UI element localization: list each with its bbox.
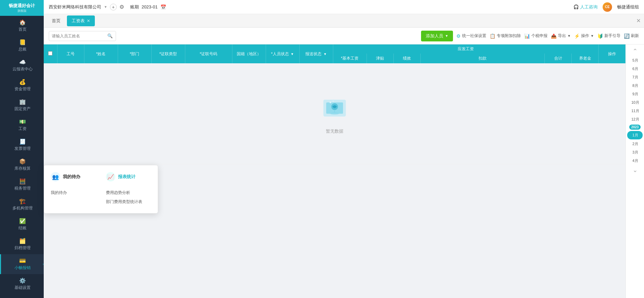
popup-section-report: 📈 报表统计 费用趋势分析 部门费用类型统计表 — [106, 172, 151, 206]
sidebar-item-label: 固定资产 — [14, 106, 31, 112]
calendar-month-5[interactable]: 5月 — [626, 56, 644, 65]
guide-button[interactable]: 🔰 新手引导 — [597, 33, 620, 39]
sidebar-item-label: 结账 — [18, 225, 27, 231]
popup-menu: 👥 我的待办 我的待办 📈 报表统计 费用趋势分析 部门费用类型统计表 — [44, 165, 158, 213]
calendar-month-10[interactable]: 10月 — [626, 98, 644, 107]
refresh-label: 刷新 — [631, 33, 639, 39]
sidebar-item-label: 资金管理 — [14, 86, 31, 92]
calendar-month-8[interactable]: 8月 — [626, 81, 644, 90]
tab-salary-label: 工资表 — [72, 18, 85, 24]
social-insurance-icon: ⚙ — [456, 33, 461, 39]
calendar-up-button[interactable]: ⌃ — [626, 46, 644, 56]
guide-toolbar-icon: 🔰 — [597, 33, 603, 39]
sidebar-item-label: 小畅报销 — [14, 265, 31, 271]
svg-point-6 — [333, 101, 334, 102]
sidebar-item-cloud-report[interactable]: ☁️ 云报表中心 — [0, 56, 44, 75]
calendar-month-3[interactable]: 3月 — [626, 148, 644, 157]
col-pension-header: 养老金 — [572, 54, 599, 63]
sidebar-item-archive[interactable]: 🗂️ 归档管理 — [0, 234, 44, 254]
col-ops-header: 操作 — [599, 44, 626, 63]
tab-home-label: 首页 — [52, 18, 61, 24]
sidebar-item-expense[interactable]: 💳 小畅报销 › — [0, 254, 44, 274]
add-person-label: 添加人员 — [426, 33, 443, 39]
calendar-month-6[interactable]: 6月 — [626, 65, 644, 73]
calendar-month-1-active[interactable]: 1月 — [627, 131, 643, 139]
search-box: 🔍 — [49, 31, 116, 41]
invoice-icon: 🧾 — [19, 138, 26, 145]
sidebar-item-label: 基础设置 — [14, 285, 31, 291]
col-name-header: *姓名 — [84, 44, 118, 63]
avatar-initials: CE — [605, 5, 610, 9]
period-label: 账期 — [130, 4, 139, 10]
topbar-left: 西安虾米网络科技有限公司 ▼ + ⚙ 账期 2023-01 📅 — [49, 4, 166, 10]
sidebar-item-fund[interactable]: 💰 资金管理 — [0, 75, 44, 95]
select-all-checkbox[interactable] — [48, 51, 52, 56]
inventory-icon: 📦 — [19, 158, 26, 165]
topbar: 西安虾米网络科技有限公司 ▼ + ⚙ 账期 2023-01 📅 🎧 人工咨询 C… — [44, 0, 644, 14]
sidebar-item-multi-org[interactable]: 🏗️ 多机构管理 — [0, 195, 44, 214]
calendar-month-4[interactable]: 4月 — [626, 157, 644, 165]
sidebar-item-assets[interactable]: 🏢 固定资产 — [0, 95, 44, 115]
sidebar-item-checkout[interactable]: ✅ 结账 — [0, 214, 44, 234]
sidebar-item-label: 首页 — [18, 27, 27, 32]
customer-service-button[interactable]: 🎧 人工咨询 — [573, 4, 598, 10]
calendar-month-9[interactable]: 9月 — [626, 90, 644, 98]
operate-label: 操作 — [581, 33, 589, 39]
sidebar-item-label: 总账 — [18, 46, 27, 52]
close-all-button[interactable]: ✕ — [636, 18, 641, 24]
special-deduct-button[interactable]: 📋 专项附加扣除 — [490, 33, 521, 39]
tab-close-icon[interactable]: ✕ — [87, 19, 90, 23]
sidebar-item-inventory[interactable]: 📦 库存核算 — [0, 155, 44, 175]
sidebar-item-tax[interactable]: 🧮 税务管理 — [0, 175, 44, 195]
popup-item-cost-trend[interactable]: 费用趋势分析 — [106, 188, 151, 197]
add-person-button[interactable]: 添加人员 ▼ — [421, 31, 453, 41]
salary-table: 工号 *姓名 *部门 *证联类型 *证联号码 国籍（地区） *人员状态 ▼ 报送… — [44, 44, 626, 164]
calendar-month-12[interactable]: 12月 — [626, 115, 644, 124]
sidebar-item-label: 工资 — [18, 126, 27, 132]
popup-section-todo-header: 👥 我的待办 — [51, 172, 96, 184]
sidebar-item-salary[interactable]: 💵 工资 — [0, 115, 44, 135]
calendar-down-button[interactable]: ⌄ — [626, 165, 644, 175]
operate-button[interactable]: ⚡ 操作 ▼ — [574, 33, 594, 39]
refresh-icon: 🔄 — [624, 33, 630, 39]
tax-declare-button[interactable]: 📊 个税申报 — [524, 33, 547, 39]
refresh-button[interactable]: 🔄 刷新 — [624, 33, 639, 39]
sidebar-item-guide[interactable]: ▶ 新手引导 — [0, 294, 44, 298]
search-input[interactable] — [52, 34, 106, 38]
calendar-month-11[interactable]: 11月 — [626, 107, 644, 115]
sidebar-item-label: 归档管理 — [14, 245, 31, 251]
sidebar-item-ledger[interactable]: 📒 总账 — [0, 36, 44, 56]
calendar-month-7[interactable]: 7月 — [626, 73, 644, 81]
user-name[interactable]: 畅捷通组组 — [617, 4, 639, 10]
archive-icon: 🗂️ — [19, 238, 26, 244]
calendar-month-2[interactable]: 2月 — [626, 140, 644, 148]
sidebar-item-invoice[interactable]: 🧾 发票管理 — [0, 135, 44, 155]
tab-salary[interactable]: 工资表 ✕ — [67, 15, 95, 26]
send-filter-icon[interactable]: ▼ — [324, 52, 327, 56]
add-company-button[interactable]: + — [110, 4, 117, 10]
settings-button[interactable]: ⚙ — [119, 4, 124, 10]
col-cert-type-header: *证联类型 — [151, 44, 185, 63]
company-dropdown-icon[interactable]: ▼ — [104, 5, 107, 9]
sidebar-item-label: 多机构管理 — [12, 205, 33, 211]
headset-icon: 🎧 — [573, 4, 579, 9]
sidebar-item-home[interactable]: 🏠 首页 — [0, 16, 44, 36]
col-checkbox-header[interactable] — [44, 44, 57, 63]
popup-section-report-header: 📈 报表统计 — [106, 172, 151, 184]
popup-item-my-todo[interactable]: 我的待办 — [51, 188, 96, 197]
tab-home[interactable]: 首页 — [47, 15, 65, 26]
main-content: 西安虾米网络科技有限公司 ▼ + ⚙ 账期 2023-01 📅 🎧 人工咨询 C… — [44, 0, 644, 298]
close-all-icon: ✕ — [636, 18, 641, 24]
social-insurance-button[interactable]: ⚙ 统一社保设置 — [456, 33, 486, 39]
status-filter-icon[interactable]: ▼ — [291, 52, 294, 56]
popup-item-dept-cost[interactable]: 部门费用类型统计表 — [106, 197, 151, 206]
fund-icon: 💰 — [19, 79, 26, 85]
expense-icon: 💳 — [19, 258, 26, 264]
toolbar-actions: 添加人员 ▼ ⚙ 统一社保设置 📋 专项附加扣除 📊 个税申报 📤 导出 ▼ — [421, 31, 639, 41]
sidebar-item-settings[interactable]: ⚙️ 基础设置 — [0, 274, 44, 294]
export-button[interactable]: 📤 导出 ▼ — [551, 33, 571, 39]
customer-service-label: 人工咨询 — [580, 4, 598, 10]
assets-icon: 🏢 — [19, 99, 26, 105]
calendar-icon[interactable]: 📅 — [160, 4, 166, 10]
sidebar-item-label: 云报表中心 — [12, 66, 33, 72]
